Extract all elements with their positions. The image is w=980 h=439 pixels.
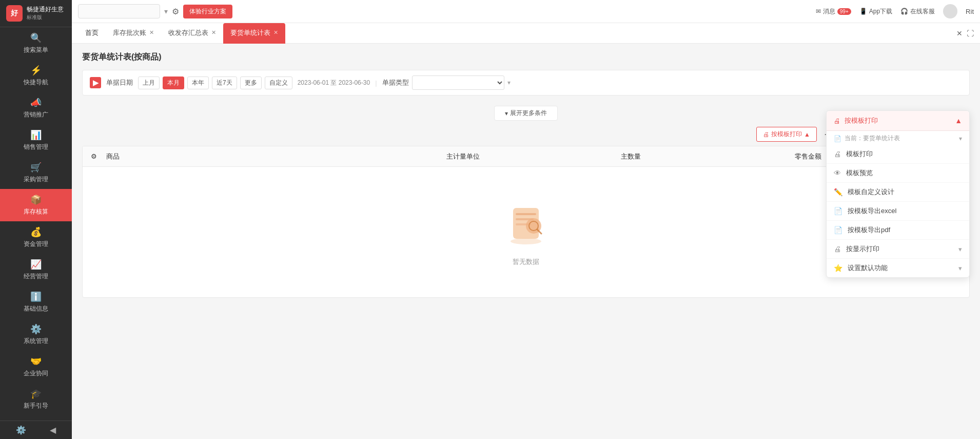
sidebar-label-ops: 经营管理 [24,272,48,281]
sales-icon: 📊 [30,129,42,141]
headset-icon: 🎧 [900,8,908,15]
th-qty: 主数量 [617,152,791,161]
app-version: 标准版 [27,14,64,21]
dropdown-item-template-print[interactable]: 🖨 模板打印 [827,145,969,164]
expand-more-btn[interactable]: ▾ 展开更多条件 [494,106,558,121]
logo-icon: 好 [6,5,23,22]
sidebar-item-system[interactable]: ⚙️ 系统管理 [0,318,72,351]
dropdown-item-export-pdf[interactable]: 📄 按模板导出pdf [827,221,969,240]
sidebar-item-collab[interactable]: 🤝 企业协同 [0,351,72,383]
dropdown-current-label: 📄 当前：要货单统计表 ▾ [827,131,969,145]
sidebar-logo: 好 畅捷通好生意 标准版 [0,0,72,27]
sidebar-item-marketing[interactable]: 📣 营销推广 [0,92,72,124]
sidebar-item-appstore[interactable]: 📱 应用中心 [0,415,72,421]
export-pdf-label: 按模板导出pdf [848,225,890,235]
message-label: 消息 [823,7,835,16]
sidebar-label-sales: 销售管理 [24,143,48,151]
last7days-btn[interactable]: 近7天 [212,77,237,89]
message-btn[interactable]: ✉ 消息 99+ [816,7,851,16]
expand-icon: ▾ [505,110,508,117]
display-print-chevron: ▾ [958,245,962,253]
current-label-text: 当前：要货单统计表 [845,134,900,143]
sidebar-item-search[interactable]: 🔍 搜索菜单 [0,27,72,60]
print-dropdown: 🖨 按模板打印 ▲ 📄 当前：要货单统计表 ▾ 🖨 模板打印 👁 模板预览 ✏️ [826,110,970,278]
sidebar-item-base[interactable]: ℹ️ 基础信息 [0,286,72,318]
sidebar-label-collab: 企业协同 [24,369,48,378]
dropdown-header[interactable]: 🖨 按模板打印 ▲ [827,111,969,131]
dropdown-item-display-print[interactable]: 🖨 按显示打印 ▾ [827,240,969,259]
sidebar-item-inventory[interactable]: 📦 库存核算 [0,189,72,221]
topbar-search-input[interactable] [78,4,160,18]
app-download-label: App下载 [869,7,892,16]
customer-service-btn[interactable]: 🎧 在线客服 [900,7,935,16]
sidebar-bottom: ⚙️ ◀ [0,421,72,439]
tab-order-stats-close[interactable]: ✕ [273,29,278,36]
collapse-btn[interactable]: ◀ [50,425,56,435]
print-btn[interactable]: 🖨 按模板打印 ▲ [756,127,817,142]
current-month-btn[interactable]: 本月 [163,77,184,89]
this-year-btn[interactable]: 本年 [187,77,209,89]
tabbar: 首页 库存批次账 ✕ 收发存汇总表 ✕ 要货单统计表 ✕ ✕ ⛶ [72,23,980,44]
sidebar-scroll: 🔍 搜索菜单 ⚡ 快捷导航 📣 营销推广 📊 销售管理 🛒 采购管理 📦 库存核… [0,27,72,421]
tab-cashflow-label: 收发存汇总表 [168,28,208,37]
user-avatar[interactable] [943,4,957,18]
tab-cashflow[interactable]: 收发存汇总表 ✕ [161,23,223,44]
template-preview-icon: 👁 [834,169,841,177]
collab-icon: 🤝 [30,356,42,367]
tab-cashflow-close[interactable]: ✕ [211,29,216,36]
dropdown-item-template-custom[interactable]: ✏️ 模板自定义设计 [827,183,969,202]
display-print-label: 按显示打印 [846,244,879,254]
print-icon: 🖨 [763,131,769,138]
topbar: ▾ ⚙ 体验行业方案 ✉ 消息 99+ 📱 App下载 🎧 在线客服 Rit [72,0,980,23]
user-name[interactable]: Rit [966,8,974,15]
set-default-chevron: ▾ [958,264,962,272]
sidebar-item-sales[interactable]: 📊 销售管理 [0,124,72,157]
th-unit: 主计量单位 [442,152,617,161]
more-btn[interactable]: 更多 [240,77,262,89]
prev-month-btn[interactable]: 上月 [138,77,160,89]
set-default-label: 设置默认功能 [848,263,888,273]
template-print-icon: 🖨 [834,150,841,158]
tab-batch[interactable]: 库存批次账 ✕ [106,23,161,44]
tab-home[interactable]: 首页 [78,23,106,44]
date-filter-label: 单据日期 [106,78,133,87]
sidebar-item-finance[interactable]: 💰 资金管理 [0,221,72,254]
dropdown-item-set-default[interactable]: ⭐ 设置默认功能 ▾ [827,259,969,277]
svg-rect-2 [516,213,536,215]
search-icon: 🔍 [30,32,42,44]
type-filter-chevron: ▾ [507,79,511,86]
tab-expand-icon[interactable]: ⛶ [967,29,974,37]
page-content: 要货单统计表(按商品) ▶ 单据日期 上月 本月 本年 近7天 更多 自定义 2… [72,44,980,439]
type-filter-select[interactable] [412,75,504,90]
sidebar-item-ops[interactable]: 📈 经营管理 [0,254,72,286]
main-area: ▾ ⚙ 体验行业方案 ✉ 消息 99+ 📱 App下载 🎧 在线客服 Rit 首… [72,0,980,439]
export-excel-label: 按模板导出excel [848,206,896,216]
tab-close-all-icon[interactable]: ✕ [956,29,963,37]
export-excel-icon: 📄 [834,207,842,215]
app-name: 畅捷通好生意 [27,6,64,14]
filter-toggle-btn[interactable]: ▶ [90,77,101,88]
quick-icon: ⚡ [30,65,42,76]
sidebar-item-newbie[interactable]: 🎓 新手引导 [0,383,72,415]
th-product: 商品 [102,152,442,161]
template-icon: 📄 [834,135,841,142]
filter-bar: ▶ 单据日期 上月 本月 本年 近7天 更多 自定义 2023-06-01 至 … [82,70,970,96]
topbar-gear-icon[interactable]: ⚙ [172,7,179,16]
display-print-icon: 🖨 [834,245,841,253]
sidebar-label-inventory: 库存核算 [24,207,48,216]
dropdown-item-template-preview[interactable]: 👁 模板预览 [827,164,969,183]
tab-batch-close[interactable]: ✕ [149,29,154,36]
sidebar-item-quick[interactable]: ⚡ 快捷导航 [0,60,72,92]
expand-label: 展开更多条件 [510,109,547,118]
custom-btn[interactable]: 自定义 [265,77,292,89]
topbar-search-chevron[interactable]: ▾ [164,7,168,15]
dropdown-item-export-excel[interactable]: 📄 按模板导出excel [827,202,969,221]
app-download-btn[interactable]: 📱 App下载 [859,7,892,16]
dropdown-close-chevron[interactable]: ▲ [955,117,962,125]
system-icon: ⚙️ [30,323,42,335]
settings-bottom-btn[interactable]: ⚙️ [16,425,26,435]
th-gear[interactable]: ⚙ [87,152,102,160]
sidebar-item-purchase[interactable]: 🛒 采购管理 [0,157,72,189]
trial-button[interactable]: 体验行业方案 [183,5,232,18]
tab-order-stats[interactable]: 要货单统计表 ✕ [223,23,285,44]
